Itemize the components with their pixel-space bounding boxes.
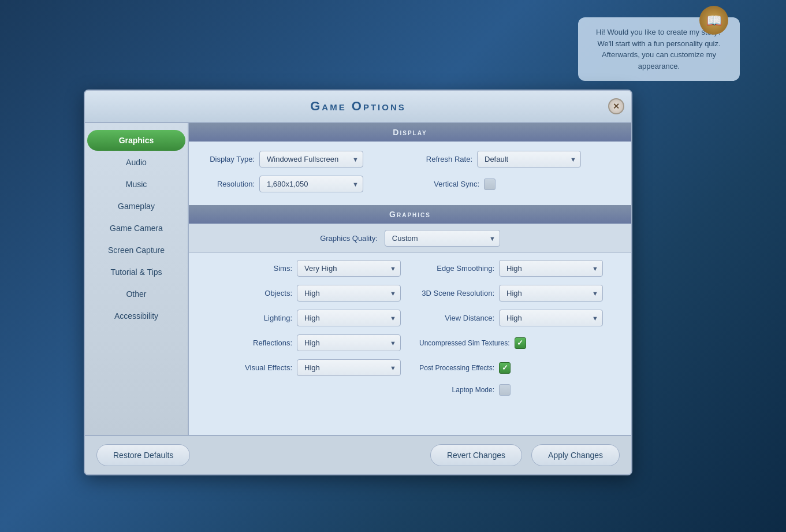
visual-effects-row: Visual Effects: Low Medium High Very Hig… [203, 359, 617, 376]
scene-resolution-label: 3D Scene Resolution: [419, 289, 494, 297]
tooltip-text: Hi! Would you like to create my story? W… [596, 28, 722, 70]
close-button[interactable]: ✕ [608, 98, 624, 114]
sidebar-item-accessibility[interactable]: Accessibility [87, 306, 185, 326]
dialog-title: Game Options [310, 99, 406, 113]
main-content: Display Display Type: Windowed Fullscree… [189, 123, 631, 435]
revert-changes-button[interactable]: Revert Changes [430, 444, 522, 466]
uncompressed-textures-group: Uncompressed Sim Textures: ✓ [408, 337, 617, 349]
graphics-settings-area: Sims: Low Medium High Very High Ultra ▼ [189, 253, 631, 411]
objects-row: Objects: Low Medium High Very High ▼ [203, 285, 617, 302]
sidebar-item-graphics[interactable]: Graphics [87, 130, 185, 151]
scene-resolution-select-wrapper: Low Medium High Very High ▼ [499, 285, 603, 302]
post-processing-group: Post Processing Effects: ✓ [408, 362, 617, 374]
view-distance-select-wrapper: Low Medium High Very High ▼ [499, 310, 603, 326]
objects-select[interactable]: Low Medium High Very High [297, 285, 401, 302]
dialog-header: Game Options ✕ [85, 91, 631, 123]
visual-effects-label: Visual Effects: [240, 363, 292, 372]
lighting-select[interactable]: Low Medium High Very High [297, 310, 401, 326]
scene-resolution-group: 3D Scene Resolution: Low Medium High Ver… [408, 285, 617, 302]
view-distance-label: View Distance: [419, 314, 494, 322]
uncompressed-checkbox[interactable]: ✓ [515, 337, 526, 349]
laptop-mode-row: Laptop Mode: [203, 384, 617, 396]
reflections-group: Reflections: Low Medium High Very High ▼ [203, 334, 401, 351]
objects-group: Objects: Low Medium High Very High ▼ [203, 285, 401, 302]
post-processing-label: Post Processing Effects: [419, 364, 494, 372]
post-processing-checkmark-icon: ✓ [502, 364, 508, 371]
lighting-select-wrapper: Low Medium High Very High ▼ [297, 310, 401, 326]
lighting-row: Lighting: Low Medium High Very High ▼ [203, 310, 617, 326]
resolution-select-wrapper: 1,680x1,050 1920x1080 2560x1440 ▼ [259, 176, 363, 192]
footer-right-buttons: Revert Changes Apply Changes [430, 444, 620, 466]
sims-label: Sims: [240, 264, 292, 273]
graphics-quality-row: Graphics Quality: Custom Low Medium High… [189, 224, 631, 253]
edge-smoothing-select[interactable]: Off Low Medium High Very High [499, 260, 603, 277]
apply-changes-button[interactable]: Apply Changes [531, 444, 620, 466]
sidebar: Graphics Audio Music Gameplay Game Camer… [85, 123, 189, 435]
reflections-label: Reflections: [240, 338, 292, 347]
sidebar-item-tutorial-tips[interactable]: Tutorial & Tips [87, 262, 185, 282]
visual-effects-select-wrapper: Low Medium High Very High ▼ [297, 359, 401, 376]
scene-resolution-select[interactable]: Low Medium High Very High [499, 285, 603, 302]
vsync-checkbox[interactable] [484, 178, 496, 190]
sidebar-item-game-camera[interactable]: Game Camera [87, 218, 185, 239]
reflections-select-wrapper: Low Medium High Very High ▼ [297, 334, 401, 351]
laptop-mode-checkbox[interactable] [499, 384, 511, 396]
sims-select-wrapper: Low Medium High Very High Ultra ▼ [297, 260, 401, 277]
refresh-rate-label: Refresh Rate: [415, 155, 472, 163]
edge-smoothing-label: Edge Smoothing: [419, 264, 494, 273]
refresh-rate-select-wrapper: Default 60Hz 144Hz ▼ [477, 151, 581, 168]
display-type-row: Display Type: Windowed Fullscreen Fullsc… [203, 151, 617, 168]
sidebar-item-audio[interactable]: Audio [87, 152, 185, 173]
restore-defaults-button[interactable]: Restore Defaults [96, 444, 190, 466]
graphics-quality-select[interactable]: Custom Low Medium High Very High Ultra [385, 230, 500, 247]
uncompressed-label: Uncompressed Sim Textures: [419, 339, 510, 347]
game-options-dialog: Game Options ✕ Graphics Audio Music Game… [84, 90, 632, 475]
laptop-mode-group: Laptop Mode: [408, 384, 617, 396]
display-type-select-wrapper: Windowed Fullscreen Fullscreen Windowed … [259, 151, 363, 168]
sidebar-item-music[interactable]: Music [87, 174, 185, 195]
resolution-group: Resolution: 1,680x1,050 1920x1080 2560x1… [203, 176, 405, 192]
display-type-select[interactable]: Windowed Fullscreen Fullscreen Windowed [259, 151, 363, 168]
resolution-label: Resolution: [203, 180, 255, 188]
sims-group: Sims: Low Medium High Very High Ultra ▼ [203, 260, 401, 277]
view-distance-group: View Distance: Low Medium High Very High… [408, 310, 617, 326]
sims-select[interactable]: Low Medium High Very High Ultra [297, 260, 401, 277]
display-type-label: Display Type: [203, 155, 255, 163]
visual-effects-group: Visual Effects: Low Medium High Very Hig… [203, 359, 401, 376]
resolution-select[interactable]: 1,680x1,050 1920x1080 2560x1440 [259, 176, 363, 192]
sidebar-item-other[interactable]: Other [87, 284, 185, 304]
edge-smoothing-select-wrapper: Off Low Medium High Very High ▼ [499, 260, 603, 277]
reflections-row: Reflections: Low Medium High Very High ▼ [203, 334, 617, 351]
reflections-select[interactable]: Low Medium High Very High [297, 334, 401, 351]
laptop-mode-label: Laptop Mode: [419, 386, 494, 394]
tooltip-bubble: 📖 Hi! Would you like to create my story?… [578, 17, 740, 81]
refresh-rate-group: Refresh Rate: Default 60Hz 144Hz ▼ [415, 151, 617, 168]
lighting-label: Lighting: [240, 314, 292, 322]
dialog-body: Graphics Audio Music Gameplay Game Camer… [85, 123, 631, 435]
resolution-row: Resolution: 1,680x1,050 1920x1080 2560x1… [203, 176, 617, 192]
lighting-group: Lighting: Low Medium High Very High ▼ [203, 310, 401, 326]
tooltip-icon: 📖 [699, 6, 728, 35]
objects-select-wrapper: Low Medium High Very High ▼ [297, 285, 401, 302]
objects-label: Objects: [240, 289, 292, 297]
sims-row: Sims: Low Medium High Very High Ultra ▼ [203, 260, 617, 277]
refresh-rate-select[interactable]: Default 60Hz 144Hz [477, 151, 581, 168]
vsync-label: Vertical Sync: [422, 180, 479, 188]
view-distance-select[interactable]: Low Medium High Very High [499, 310, 603, 326]
graphics-quality-label: Graphics Quality: [320, 234, 378, 243]
edge-smoothing-group: Edge Smoothing: Off Low Medium High Very… [408, 260, 617, 277]
visual-effects-select[interactable]: Low Medium High Very High [297, 359, 401, 376]
display-section-header: Display [189, 123, 631, 142]
vsync-group: Vertical Sync: [415, 178, 617, 190]
sidebar-item-screen-capture[interactable]: Screen Capture [87, 240, 185, 261]
sidebar-item-gameplay[interactable]: Gameplay [87, 196, 185, 217]
checkmark-icon: ✓ [517, 339, 523, 347]
display-type-group: Display Type: Windowed Fullscreen Fullsc… [203, 151, 405, 168]
display-section: Display Type: Windowed Fullscreen Fullsc… [189, 142, 631, 205]
dialog-footer: Restore Defaults Revert Changes Apply Ch… [85, 435, 631, 474]
post-processing-checkbox[interactable]: ✓ [499, 362, 511, 374]
graphics-section-header: Graphics [189, 205, 631, 224]
graphics-quality-select-wrapper: Custom Low Medium High Very High Ultra ▼ [385, 230, 500, 247]
